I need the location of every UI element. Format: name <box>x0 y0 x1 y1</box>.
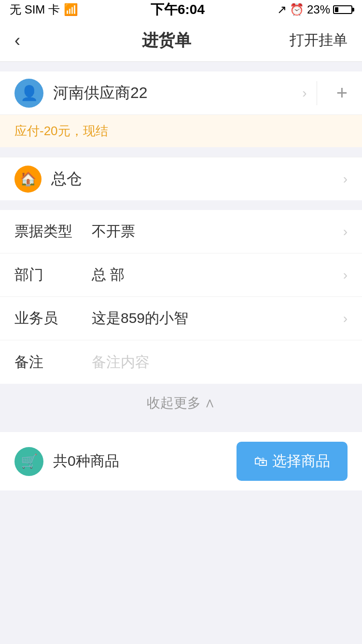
warehouse-icon: 🏠 <box>14 166 42 193</box>
supplier-chevron-icon: › <box>302 85 306 101</box>
remark-label: 备注 <box>14 352 82 372</box>
invoice-type-label: 票据类型 <box>14 222 82 241</box>
department-value: 总 部 <box>82 265 343 285</box>
page-title: 进货单 <box>142 29 191 52</box>
battery-icon <box>333 5 352 14</box>
form-section: 票据类型 不开票 › 部门 总 部 › 业务员 这是859的小智 › 备注 备注… <box>0 210 362 384</box>
product-count: 共0种商品 <box>53 451 237 471</box>
salesman-label: 业务员 <box>14 308 82 328</box>
bottom-bar: 🛒 共0种商品 🛍 选择商品 <box>0 432 362 490</box>
notice-bar: 应付-20元，现结 <box>0 115 362 147</box>
invoice-type-chevron-icon: › <box>343 224 348 239</box>
back-button[interactable]: ‹ <box>14 30 43 51</box>
department-row[interactable]: 部门 总 部 › <box>0 253 362 297</box>
mid-divider-1 <box>0 147 362 157</box>
wifi-icon: 📶 <box>64 3 78 16</box>
carrier-label: 无 SIM 卡 <box>10 2 60 17</box>
open-pending-button[interactable]: 打开挂单 <box>290 30 348 50</box>
status-right: ↗ ⏰ 23% <box>277 3 352 16</box>
location-icon: ↗ <box>277 3 287 16</box>
house-icon: 🏠 <box>20 171 37 187</box>
salesman-value: 这是859的小智 <box>82 308 343 328</box>
warehouse-section: 🏠 总仓 › <box>0 157 362 200</box>
select-btn-label: 选择商品 <box>272 451 330 471</box>
battery-percent: 23% <box>307 3 330 16</box>
notice-text: 应付-20元，现结 <box>14 124 108 138</box>
nav-bar: ‹ 进货单 打开挂单 <box>0 19 362 62</box>
supplier-row[interactable]: 👤 河南供应商22 › + <box>0 71 362 115</box>
select-icon: 🛍 <box>254 453 267 469</box>
status-time: 下午6:04 <box>151 0 205 19</box>
avatar-icon: 👤 <box>20 84 38 101</box>
warehouse-row[interactable]: 🏠 总仓 › <box>0 157 362 200</box>
invoice-type-row[interactable]: 票据类型 不开票 › <box>0 210 362 253</box>
salesman-chevron-icon: › <box>343 311 348 326</box>
cart-icon: 🛒 <box>21 453 38 469</box>
remark-row[interactable]: 备注 备注内容 <box>0 340 362 384</box>
add-supplier-button[interactable]: + <box>336 82 348 104</box>
background-fill <box>0 490 362 635</box>
department-chevron-icon: › <box>343 267 348 283</box>
warehouse-chevron-icon: › <box>343 171 348 187</box>
salesman-row[interactable]: 业务员 这是859的小智 › <box>0 297 362 340</box>
supplier-name: 河南供应商22 <box>53 83 302 104</box>
warehouse-name: 总仓 <box>51 168 343 190</box>
supplier-avatar: 👤 <box>14 79 43 108</box>
invoice-type-value: 不开票 <box>82 222 343 241</box>
supplier-section: 👤 河南供应商22 › + 应付-20元，现结 <box>0 71 362 147</box>
top-divider <box>0 62 362 71</box>
remark-input[interactable]: 备注内容 <box>82 352 348 372</box>
select-product-button[interactable]: 🛍 选择商品 <box>237 442 348 481</box>
product-icon: 🛒 <box>14 447 43 476</box>
department-label: 部门 <box>14 265 82 285</box>
supplier-divider <box>317 81 317 105</box>
status-left: 无 SIM 卡 📶 <box>10 2 78 17</box>
alarm-icon: ⏰ <box>290 3 304 16</box>
status-bar: 无 SIM 卡 📶 下午6:04 ↗ ⏰ 23% <box>0 0 362 19</box>
collapse-row[interactable]: 收起更多 ∧ <box>0 384 362 422</box>
collapse-label: 收起更多 ∧ <box>147 394 216 412</box>
